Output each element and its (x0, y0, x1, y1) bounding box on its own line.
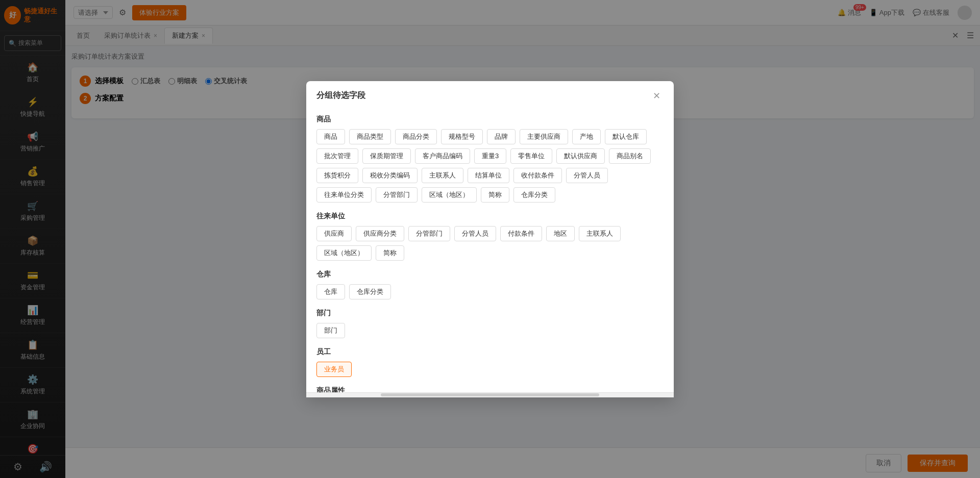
field-manager[interactable]: 分管人员 (566, 168, 608, 183)
field-salesperson[interactable]: 业务员 (316, 362, 352, 377)
field-payment-cond[interactable]: 付款条件 (500, 226, 542, 241)
section-department-fields: 部门 (316, 323, 664, 338)
section-partner: 往来单位 供应商 供应商分类 分管部门 分管人员 付款条件 地区 主联系人 区域… (316, 212, 664, 261)
section-product-attr: 商品属性 属性 颜色 多规格 尺码 鞋码 1 (316, 386, 664, 392)
section-department-title: 部门 (316, 309, 664, 318)
field-region-product[interactable]: 区域（地区） (422, 187, 477, 203)
field-origin[interactable]: 产地 (572, 129, 601, 144)
modal-title: 分组待选字段 (316, 90, 365, 101)
field-partner-category[interactable]: 往来单位分类 (316, 187, 372, 203)
field-short-name-partner[interactable]: 简称 (376, 245, 404, 261)
section-partner-fields: 供应商 供应商分类 分管部门 分管人员 付款条件 地区 主联系人 区域（地区） … (316, 226, 664, 261)
field-retail-unit[interactable]: 零售单位 (510, 148, 552, 164)
section-product-title: 商品 (316, 115, 664, 124)
field-product-alias[interactable]: 商品别名 (609, 148, 651, 164)
field-pick-score[interactable]: 拣货积分 (316, 168, 358, 183)
section-employee-title: 员工 (316, 347, 664, 357)
section-warehouse-fields: 仓库 仓库分类 (316, 284, 664, 299)
modal-group-fields: 分组待选字段 ✕ 商品 商品 商品类型 商品分类 规格型号 品牌 主要供应商 产… (306, 81, 674, 397)
field-default-warehouse[interactable]: 默认仓库 (605, 129, 647, 144)
field-product[interactable]: 商品 (316, 129, 345, 144)
section-product-attr-title: 商品属性 (316, 386, 664, 392)
field-area[interactable]: 地区 (546, 226, 575, 241)
field-region-partner[interactable]: 区域（地区） (316, 245, 372, 261)
field-main-supplier[interactable]: 主要供应商 (520, 129, 568, 144)
field-spec-model[interactable]: 规格型号 (441, 129, 483, 144)
field-person-partner[interactable]: 分管人员 (454, 226, 496, 241)
section-product: 商品 商品 商品类型 商品分类 规格型号 品牌 主要供应商 产地 默认仓库 批次… (316, 115, 664, 203)
section-employee-fields: 业务员 (316, 362, 664, 377)
modal-body[interactable]: 商品 商品 商品类型 商品分类 规格型号 品牌 主要供应商 产地 默认仓库 批次… (306, 109, 674, 392)
field-batch-mgmt[interactable]: 批次管理 (316, 148, 358, 164)
field-short-name-product[interactable]: 简称 (481, 187, 509, 203)
field-weight3[interactable]: 重量3 (474, 148, 506, 164)
field-settlement-unit[interactable]: 结算单位 (468, 168, 509, 183)
field-brand[interactable]: 品牌 (487, 129, 516, 144)
section-product-fields: 商品 商品类型 商品分类 规格型号 品牌 主要供应商 产地 默认仓库 批次管理 … (316, 129, 664, 203)
modal-hscroll-thumb (381, 393, 599, 396)
field-supplier-category[interactable]: 供应商分类 (356, 226, 404, 241)
field-product-type[interactable]: 商品类型 (349, 129, 391, 144)
field-default-supplier[interactable]: 默认供应商 (556, 148, 605, 164)
field-main-contact-partner[interactable]: 主联系人 (579, 226, 621, 241)
modal-header: 分组待选字段 ✕ (306, 81, 674, 109)
field-warehouse[interactable]: 仓库 (316, 284, 345, 299)
section-warehouse: 仓库 仓库 仓库分类 (316, 270, 664, 299)
field-customer-code[interactable]: 客户商品编码 (415, 148, 470, 164)
field-department[interactable]: 部门 (316, 323, 345, 338)
field-payment-terms[interactable]: 收付款条件 (513, 168, 562, 183)
field-product-category[interactable]: 商品分类 (395, 129, 437, 144)
field-tax-code[interactable]: 税收分类编码 (362, 168, 418, 183)
modal-horizontal-scrollbar[interactable] (306, 392, 674, 397)
field-dept-partner[interactable]: 分管部门 (408, 226, 450, 241)
field-shelf-life[interactable]: 保质期管理 (362, 148, 411, 164)
field-supplier[interactable]: 供应商 (316, 226, 352, 241)
section-department: 部门 部门 (316, 309, 664, 338)
section-partner-title: 往来单位 (316, 212, 664, 221)
field-manage-dept[interactable]: 分管部门 (376, 187, 418, 203)
section-warehouse-title: 仓库 (316, 270, 664, 279)
field-warehouse-cat[interactable]: 仓库分类 (349, 284, 391, 299)
field-main-contact[interactable]: 主联系人 (422, 168, 463, 183)
section-employee: 员工 业务员 (316, 347, 664, 377)
modal-close-button[interactable]: ✕ (650, 89, 664, 103)
field-warehouse-category[interactable]: 仓库分类 (513, 187, 555, 203)
